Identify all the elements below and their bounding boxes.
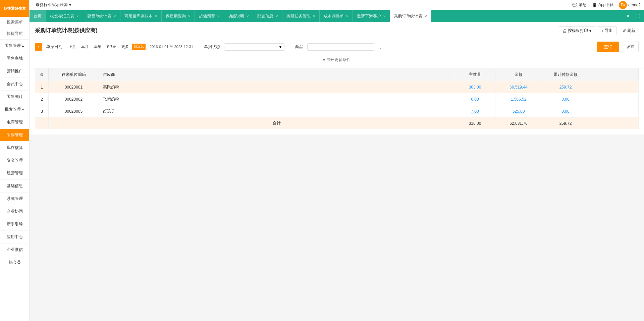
filter-row: › 单据日期 上月 本月 本年 近7天 更多 自定义 2016-01-01 至 … xyxy=(35,42,639,52)
print-label: 按模板打印 xyxy=(568,28,588,34)
sidebar-item-enterprise[interactable]: 企业协同 xyxy=(0,205,29,218)
cell-amount[interactable]: 60,519.44 xyxy=(495,81,542,93)
query-button[interactable]: 查询 xyxy=(597,42,619,52)
sidebar-item-retail-shop[interactable]: 零售商城 xyxy=(0,52,29,65)
tab-overstock[interactable]: 超储预警 ✕ xyxy=(195,10,224,22)
cell-paid[interactable]: 259.72 xyxy=(542,81,589,93)
sidebar-item-vip[interactable]: 畅会员 xyxy=(0,256,29,269)
date-btn-this-month[interactable]: 本月 xyxy=(79,44,91,50)
expand-chevron-icon: ▾ xyxy=(323,58,325,62)
sidebar-quick-nav-label: 快捷导航 xyxy=(0,31,29,37)
cell-supplier: 好孩子 xyxy=(99,105,455,117)
tab-overstock-close-icon[interactable]: ✕ xyxy=(217,14,220,18)
tab-goods-stat-close-icon[interactable]: ✕ xyxy=(113,14,116,18)
table-container: ⚙ 往来单位编码 供应商 主数量 金额 累计付款金额 1 00020001 惠氏… xyxy=(30,68,644,135)
account-dropdown[interactable]: 母婴行业演示账套 ▾ xyxy=(33,2,74,8)
date-btn-more[interactable]: 更多 xyxy=(119,44,131,50)
col-header-amount: 金额 xyxy=(495,68,542,81)
tab-config-close-icon[interactable]: ✕ xyxy=(275,14,278,18)
sidebar-item-finance[interactable]: 资金管理 xyxy=(0,154,29,167)
user-menu[interactable]: Ea demo2 xyxy=(619,1,641,9)
tab-maximize-icon[interactable]: ⛶ xyxy=(634,12,641,20)
tab-invite-downstream-close-icon[interactable]: ✕ xyxy=(383,14,386,18)
sidebar-item-finance-label: 资金管理 xyxy=(7,158,23,163)
tab-collect-send[interactable]: 收发存汇总表 ✕ xyxy=(46,10,83,22)
sidebar-item-marketing-label: 营销推广 xyxy=(7,69,23,73)
sidebar-item-purchase[interactable]: 采购管理 xyxy=(0,129,29,142)
export-button[interactable]: ↓ 导出 xyxy=(598,26,616,35)
date-btn-this-year[interactable]: 本年 xyxy=(92,44,103,50)
filter-toggle-btn[interactable]: › xyxy=(35,43,42,51)
sidebar-item-retail[interactable]: 零售管理 ▲ xyxy=(0,40,29,52)
col-header-supplier: 供应商 xyxy=(99,68,455,81)
tab-cost-adjust[interactable]: 成本调整单 ✕ xyxy=(320,10,353,22)
sidebar-item-operations[interactable]: 经营管理 xyxy=(0,167,29,180)
cell-amount[interactable]: 525.80 xyxy=(495,105,542,117)
goods-input[interactable] xyxy=(307,43,374,51)
sidebar-item-inventory[interactable]: 库存核算 xyxy=(0,142,29,154)
table-settings-icon[interactable]: ⚙ xyxy=(35,68,49,81)
refresh-button[interactable]: ↺ 刷新 xyxy=(619,26,639,35)
cell-paid[interactable]: 0.00 xyxy=(542,93,589,105)
tab-invite-downstream[interactable]: 邀请下游客户 ✕ xyxy=(353,10,390,22)
sidebar-item-newbie[interactable]: 新手引导 xyxy=(0,218,29,231)
goods-more-icon[interactable]: … xyxy=(378,44,383,50)
tab-func-desc-close-icon[interactable]: ✕ xyxy=(246,14,249,18)
refresh-icon: ↺ xyxy=(623,29,626,33)
sidebar-item-ecommerce[interactable]: 电商管理 xyxy=(0,116,29,129)
tab-expiry-query-close-icon[interactable]: ✕ xyxy=(188,14,191,18)
sidebar-item-member[interactable]: 会员中心 xyxy=(0,78,29,91)
settings-button[interactable]: 设置 xyxy=(622,42,639,52)
user-name: demo2 xyxy=(628,3,641,7)
cell-qty[interactable]: 6.00 xyxy=(455,93,495,105)
tab-close-all-icon[interactable]: ✕ xyxy=(625,12,631,20)
tab-cost-adjust-label: 成本调整单 xyxy=(324,13,344,19)
tab-cost-adjust-close-icon[interactable]: ✕ xyxy=(346,14,348,18)
tab-available-stock-label: 可用量库存账本 xyxy=(124,13,153,19)
tab-func-desc[interactable]: 功能说明 ✕ xyxy=(224,10,253,22)
tab-pick-task-close-icon[interactable]: ✕ xyxy=(313,14,315,18)
cell-qty[interactable]: 303.00 xyxy=(455,81,495,93)
date-btn-last-month[interactable]: 上月 xyxy=(66,44,78,50)
tab-goods-stat[interactable]: 要货单统计表 ✕ xyxy=(83,10,120,22)
sidebar-item-marketing[interactable]: 营销推广 xyxy=(0,65,29,78)
app-download-btn[interactable]: 📱 App下载 xyxy=(592,2,613,8)
tab-config-label: 配置信息 xyxy=(257,13,273,19)
sidebar-item-retail-label: 零售管理 xyxy=(5,43,21,49)
sidebar-search-label: 搜索菜单 xyxy=(0,19,29,25)
tab-home-label: 首页 xyxy=(34,13,42,19)
expand-conditions-button[interactable]: ▾ 展开更多条件 xyxy=(323,57,351,63)
tab-pick-task[interactable]: 拣货任务管理 ✕ xyxy=(282,10,320,22)
cell-no: 1 xyxy=(35,81,49,93)
tab-available-stock[interactable]: 可用量库存账本 ✕ xyxy=(120,10,162,22)
table-footer-row: 合计 316.00 62,631.76 259.72 xyxy=(35,117,639,129)
sidebar-item-retail-shop-label: 零售商城 xyxy=(7,56,23,61)
cell-no: 2 xyxy=(35,93,49,105)
tab-purchase-stat-close-icon[interactable]: ✕ xyxy=(424,14,427,18)
tab-func-desc-label: 功能说明 xyxy=(228,13,244,19)
sidebar-item-app-center[interactable]: 应用中心 xyxy=(0,231,29,244)
sidebar-item-retail-stat[interactable]: 零售统计 xyxy=(0,91,29,103)
sidebar-quick-nav[interactable]: 快捷导航 xyxy=(0,28,29,40)
cell-amount[interactable]: 1,586.52 xyxy=(495,93,542,105)
tab-config[interactable]: 配置信息 ✕ xyxy=(253,10,282,22)
status-select[interactable]: ▾ xyxy=(224,43,284,51)
tab-expiry-query[interactable]: 保质期查询 ✕ xyxy=(162,10,195,22)
sidebar-item-system[interactable]: 系统管理 xyxy=(0,193,29,205)
table-row: 1 00020001 惠氏奶粉 303.00 60,519.44 259.72 xyxy=(35,81,639,93)
message-btn[interactable]: 💬 消息 xyxy=(572,2,587,8)
tab-purchase-stat[interactable]: 采购订单统计表 ✕ xyxy=(390,10,431,22)
sidebar-item-basic-info-label: 基础信息 xyxy=(7,183,23,188)
sidebar-item-enterprise-wechat[interactable]: 企业微信 xyxy=(0,244,29,256)
tab-available-stock-close-icon[interactable]: ✕ xyxy=(155,14,157,18)
cell-qty[interactable]: 7.00 xyxy=(455,105,495,117)
cell-paid[interactable]: 0.00 xyxy=(542,105,589,117)
retail-arrow-icon: ▲ xyxy=(21,44,25,48)
date-btn-7days[interactable]: 近7天 xyxy=(105,44,118,50)
sidebar-search[interactable]: 搜索菜单 xyxy=(0,17,29,28)
tab-collect-send-close-icon[interactable]: ✕ xyxy=(76,14,79,18)
print-button[interactable]: 🖨 按模板打印 ▾ xyxy=(559,26,595,35)
sidebar-item-basic-info[interactable]: 基础信息 xyxy=(0,180,29,193)
sidebar-item-wholesale[interactable]: 批发管理 ▼ xyxy=(0,103,29,116)
tab-home[interactable]: 首页 xyxy=(30,10,46,22)
